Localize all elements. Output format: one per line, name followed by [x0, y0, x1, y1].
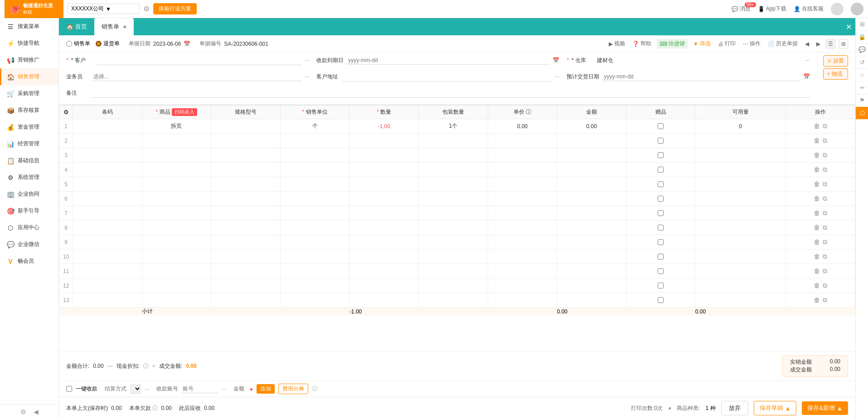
trial-button[interactable]: 体验行业方案 — [153, 3, 197, 14]
row-unit[interactable] — [280, 279, 349, 293]
delete-icon[interactable]: 🗑 — [814, 180, 820, 188]
row-pack-qty[interactable] — [418, 235, 488, 250]
avatar[interactable] — [831, 3, 844, 15]
tab-sales-order[interactable]: 销售单 ✕ — [94, 18, 134, 35]
row-amount[interactable] — [557, 177, 626, 192]
toolbar-video-btn[interactable]: ▶ 视频 — [607, 39, 627, 48]
row-amount[interactable] — [557, 293, 626, 308]
row-product[interactable] — [142, 148, 211, 163]
col-settings[interactable]: ⚙ — [59, 106, 73, 119]
sidebar-item-member[interactable]: V 畅会员 — [0, 253, 58, 270]
copy-icon[interactable]: ⧉ — [823, 122, 827, 130]
row-spec[interactable] — [211, 148, 281, 163]
row-amount[interactable] — [557, 264, 626, 279]
gift-checkbox[interactable] — [658, 283, 664, 289]
tab-home[interactable]: 🏠 首页 — [59, 18, 94, 35]
row-product[interactable] — [142, 235, 211, 250]
row-spec[interactable] — [211, 163, 281, 177]
right-sidebar-comment-btn[interactable]: 💬 — [856, 43, 868, 56]
row-gift[interactable] — [626, 119, 695, 134]
row-qty[interactable] — [349, 279, 419, 293]
delete-icon[interactable]: 🗑 — [814, 267, 820, 275]
sidebar-item-quick-nav[interactable]: ⚡ 快捷导航 — [0, 35, 58, 52]
copy-icon[interactable]: ⧉ — [823, 166, 827, 173]
receipt-date-input[interactable] — [346, 56, 550, 65]
row-gift[interactable] — [626, 206, 695, 221]
copy-icon[interactable]: ⧉ — [823, 137, 827, 144]
row-price[interactable] — [488, 163, 557, 177]
gift-checkbox[interactable] — [658, 254, 664, 260]
delete-icon[interactable]: 🗑 — [814, 296, 820, 304]
delete-icon[interactable]: 🗑 — [814, 137, 820, 144]
payment-dots[interactable]: ··· — [222, 386, 226, 392]
sidebar-item-sales[interactable]: 🏠 销售管理 — [0, 68, 58, 85]
row-spec[interactable] — [211, 177, 281, 192]
copy-icon[interactable]: ⧉ — [823, 195, 827, 202]
row-unit[interactable] — [280, 250, 349, 264]
row-pack-qty[interactable]: 1个 — [418, 119, 488, 134]
row-pack-qty[interactable] — [418, 279, 488, 293]
copy-icon[interactable]: ⧉ — [823, 151, 827, 159]
sidebar-collapse-btn[interactable]: ◀ — [34, 408, 39, 415]
row-product[interactable] — [142, 279, 211, 293]
copy-icon[interactable]: ⧉ — [823, 209, 827, 217]
delete-icon[interactable]: 🗑 — [814, 238, 820, 246]
toolbar-print-btn[interactable]: 🖨 打印 — [716, 39, 737, 48]
copy-icon[interactable]: ⧉ — [823, 224, 827, 231]
warehouse-value[interactable]: 建材仓 — [597, 57, 803, 64]
row-price[interactable] — [488, 235, 557, 250]
order-value[interactable]: SA-20230606-001 — [224, 41, 268, 47]
row-unit[interactable] — [280, 148, 349, 163]
sidebar-item-purchase[interactable]: 🛒 采购管理 — [0, 85, 58, 102]
payment-method-dots[interactable]: ··· — [145, 386, 149, 392]
row-gift[interactable] — [626, 177, 695, 192]
row-barcode[interactable] — [73, 119, 142, 134]
warehouse-dots[interactable]: ··· — [805, 57, 810, 63]
radio-sales-label[interactable]: 销售单 — [66, 40, 90, 48]
row-spec[interactable] — [211, 235, 281, 250]
toolbar-nav-next[interactable]: ▶ — [815, 40, 822, 48]
save-new-button[interactable]: 保存&新增 ▲ — [802, 401, 848, 415]
row-gift[interactable] — [626, 221, 695, 235]
radio-return[interactable] — [96, 41, 102, 47]
tab-close-icon[interactable]: ✕ — [123, 24, 126, 29]
online-service-area[interactable]: 👤 在线客服 — [794, 5, 824, 13]
customer-dots[interactable]: ··· — [305, 57, 309, 63]
row-amount[interactable] — [557, 148, 626, 163]
sidebar-item-guide[interactable]: 🎯 新手引导 — [0, 202, 58, 219]
sidebar-item-basic[interactable]: 📋 基础信息 — [0, 152, 58, 169]
toolbar-help-btn[interactable]: ❓ 帮助 — [630, 39, 653, 48]
delete-icon[interactable]: 🗑 — [814, 151, 820, 159]
row-product[interactable] — [142, 221, 211, 235]
row-qty[interactable] — [349, 134, 419, 148]
right-sidebar-orange-btn[interactable]: ⬡ — [856, 107, 868, 120]
row-product[interactable] — [142, 206, 211, 221]
row-amount[interactable] — [557, 206, 626, 221]
right-sidebar-edit-btn[interactable]: ✏ — [856, 82, 868, 94]
logistics-button[interactable]: + 物流 — [823, 68, 848, 80]
delete-icon[interactable]: 🗑 — [814, 282, 820, 289]
row-unit[interactable] — [280, 221, 349, 235]
radio-sales[interactable] — [66, 41, 72, 47]
toolbar-shortcut-btn[interactable]: ⌨ 快捷键 — [657, 39, 688, 48]
row-qty[interactable] — [349, 221, 419, 235]
row-unit[interactable] — [280, 235, 349, 250]
row-pack-qty[interactable] — [418, 163, 488, 177]
sidebar-item-wechat[interactable]: 💬 企业微信 — [0, 236, 58, 253]
row-amount[interactable] — [557, 221, 626, 235]
row-price[interactable] — [488, 206, 557, 221]
row-price[interactable] — [488, 250, 557, 264]
row-amount[interactable]: 0.00 — [557, 119, 626, 134]
sidebar-item-operations[interactable]: 📊 经营管理 — [0, 135, 58, 152]
customer-addr-dots[interactable]: ··· — [555, 73, 559, 80]
copy-icon[interactable]: ⧉ — [823, 267, 827, 275]
row-qty[interactable]: -1.00 — [349, 119, 419, 134]
gift-checkbox[interactable] — [658, 196, 664, 202]
notification-area[interactable]: 💬 消息 99+ — [732, 5, 751, 13]
expected-date-input[interactable] — [602, 72, 800, 81]
row-qty[interactable] — [349, 235, 419, 250]
company-selector[interactable]: XXXXXX公司 ▼ — [67, 4, 140, 14]
row-barcode[interactable] — [73, 293, 142, 308]
calendar-icon[interactable]: 📅 — [184, 41, 190, 47]
row-price[interactable] — [488, 279, 557, 293]
